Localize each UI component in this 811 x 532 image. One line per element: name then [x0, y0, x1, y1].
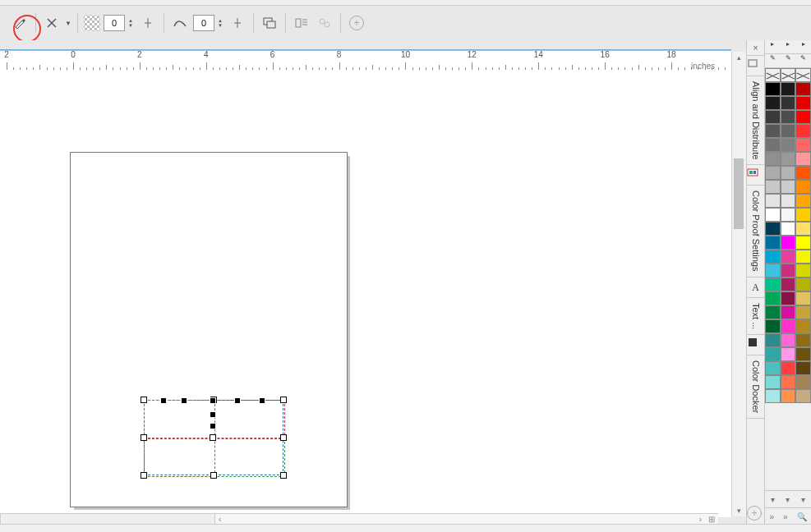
color-swatch[interactable]	[765, 124, 781, 138]
palette-col-arrow-1[interactable]: ▸	[765, 40, 781, 53]
color-swatch[interactable]	[795, 250, 811, 264]
handle-sw[interactable]	[141, 472, 147, 479]
outline-behind-fill-icon[interactable]	[260, 13, 279, 33]
color-swatch[interactable]	[765, 110, 781, 124]
color-swatch[interactable]	[765, 277, 781, 291]
color-swatch[interactable]	[765, 389, 781, 403]
color-swatch[interactable]	[795, 305, 811, 319]
smoothness-spinner[interactable]: ▲▼	[216, 15, 224, 31]
handle-e[interactable]	[280, 434, 287, 441]
color-swatch[interactable]	[765, 68, 781, 82]
color-swatch[interactable]	[781, 375, 796, 389]
color-swatch[interactable]	[781, 361, 796, 375]
scroll-down-arrow[interactable]: ▾	[732, 505, 746, 516]
scroll-thumb[interactable]	[734, 158, 744, 229]
color-swatch[interactable]	[765, 180, 781, 194]
color-swatch[interactable]	[795, 68, 811, 82]
page-tabs-bar[interactable]	[0, 513, 215, 525]
palette-col-arrow-3[interactable]: ▸	[795, 40, 811, 53]
color-swatch[interactable]	[781, 305, 796, 319]
color-swatch[interactable]	[765, 347, 781, 361]
palette-more-2[interactable]: »	[783, 512, 788, 521]
node-handle[interactable]	[234, 397, 241, 404]
handle-s[interactable]	[210, 472, 217, 479]
handle-se[interactable]	[280, 472, 287, 479]
color-swatch[interactable]	[765, 319, 781, 333]
palette-scroll-down-3[interactable]: ▾	[801, 495, 805, 504]
color-swatch[interactable]	[781, 319, 796, 333]
color-swatch[interactable]	[781, 250, 796, 264]
color-swatch[interactable]	[765, 96, 781, 110]
palette-col-arrow-2[interactable]: ▸	[781, 40, 796, 53]
smoothness-input[interactable]: 0	[193, 15, 214, 31]
color-swatch[interactable]	[765, 333, 781, 347]
color-swatch[interactable]	[765, 208, 781, 222]
color-swatch[interactable]	[765, 82, 781, 96]
node-handle[interactable]	[210, 397, 216, 404]
transparency-icon[interactable]	[84, 15, 100, 31]
color-swatch[interactable]	[795, 264, 811, 277]
eyedropper-icon-2[interactable]: ✎	[781, 54, 796, 67]
color-swatch[interactable]	[781, 236, 796, 250]
docker-tab-colorproof[interactable]: Color Proof Settings	[747, 186, 764, 277]
center-handle[interactable]	[210, 434, 216, 441]
palette-scroll-down-1[interactable]: ▾	[771, 495, 775, 504]
eyedropper-icon[interactable]: ✎	[765, 54, 781, 67]
color-swatch[interactable]	[795, 236, 811, 250]
rectangle-object-3[interactable]	[144, 400, 215, 477]
color-swatch[interactable]	[765, 194, 781, 208]
color-swatch[interactable]	[795, 110, 811, 124]
color-swatch[interactable]	[765, 375, 781, 389]
color-swatch[interactable]	[795, 319, 811, 333]
palette-zoom-icon[interactable]: 🔍	[797, 512, 807, 521]
color-swatch[interactable]	[795, 180, 811, 194]
canvas-area[interactable]	[0, 70, 731, 517]
no-fill-icon[interactable]	[42, 13, 62, 33]
transparency-input[interactable]: 0	[104, 15, 125, 31]
color-swatch[interactable]	[781, 347, 796, 361]
pen-outline-icon[interactable]	[10, 13, 30, 33]
handle-w[interactable]	[141, 434, 147, 441]
smoothness-more-icon[interactable]	[228, 13, 247, 33]
expand-dockers-button[interactable]: +	[747, 504, 764, 525]
vertical-scrollbar[interactable]: ▴ ▾	[731, 52, 746, 516]
color-swatch[interactable]	[795, 194, 811, 208]
horizontal-scrollbar[interactable]: ‹ › ⊞	[215, 513, 718, 525]
docker-tab-text[interactable]: Text ...	[747, 298, 764, 335]
color-swatch[interactable]	[781, 68, 796, 82]
color-swatch[interactable]	[781, 96, 796, 110]
color-swatch[interactable]	[795, 361, 811, 375]
navigator-icon[interactable]: ⊞	[705, 515, 718, 524]
docker-tab-colordocker[interactable]: Color Docker	[747, 355, 764, 419]
color-swatch[interactable]	[781, 194, 796, 208]
color-swatch[interactable]	[795, 375, 811, 389]
transparency-spinner[interactable]: ▲▼	[127, 15, 135, 31]
node-handle[interactable]	[181, 397, 187, 404]
color-swatch[interactable]	[795, 82, 811, 96]
color-swatch[interactable]	[795, 222, 811, 236]
color-swatch[interactable]	[765, 361, 781, 375]
color-swatch[interactable]	[795, 389, 811, 403]
color-swatch[interactable]	[781, 138, 796, 152]
handle-ne[interactable]	[280, 397, 287, 403]
color-swatch[interactable]	[781, 277, 796, 291]
color-swatch[interactable]	[765, 264, 781, 277]
color-swatch[interactable]	[781, 333, 796, 347]
color-swatch[interactable]	[781, 110, 796, 124]
docker-tab-colorproof-icon[interactable]	[747, 165, 764, 186]
color-swatch[interactable]	[781, 180, 796, 194]
color-swatch[interactable]	[795, 277, 811, 291]
handle-nw[interactable]	[141, 397, 147, 403]
fill-dropdown-arrow[interactable]: ▼	[63, 20, 73, 27]
node-handle[interactable]	[210, 411, 216, 418]
color-swatch[interactable]	[795, 333, 811, 347]
color-swatch[interactable]	[795, 152, 811, 166]
color-swatch[interactable]	[795, 347, 811, 361]
color-swatch[interactable]	[765, 305, 781, 319]
node-handle[interactable]	[210, 423, 216, 429]
color-swatch[interactable]	[765, 250, 781, 264]
color-swatch[interactable]	[795, 124, 811, 138]
color-swatch[interactable]	[781, 82, 796, 96]
color-swatch[interactable]	[781, 124, 796, 138]
close-docker-button[interactable]: ×	[747, 40, 764, 56]
